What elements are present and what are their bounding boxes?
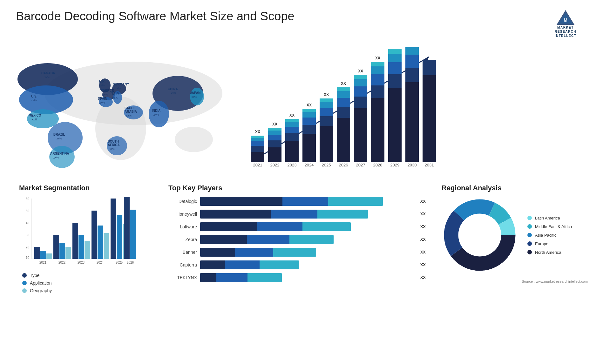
main-grid: CANADA xx% U.S. xx% MEXICO xx% BRAZIL xx… xyxy=(16,44,594,361)
svg-text:2022: 2022 xyxy=(270,163,280,167)
svg-text:XX: XX xyxy=(289,113,295,118)
svg-rect-93 xyxy=(337,91,350,98)
regional-legend-asia-pacific: Asia Pacific xyxy=(527,233,572,238)
player-name-datalogic: Datalogic xyxy=(168,199,197,204)
svg-point-5 xyxy=(175,127,213,152)
svg-rect-142 xyxy=(65,247,71,259)
dot-asia-pacific xyxy=(527,233,532,237)
svg-rect-92 xyxy=(337,98,350,107)
svg-rect-104 xyxy=(371,98,384,162)
growth-chart-container: XX 2021 XX 2022 XX xyxy=(241,47,588,174)
svg-text:XX: XX xyxy=(375,56,380,60)
growth-chart-svg: XX 2021 XX 2022 XX xyxy=(241,47,438,174)
svg-text:xx%: xx% xyxy=(99,84,105,87)
svg-rect-115 xyxy=(388,49,402,54)
svg-rect-107 xyxy=(371,66,384,74)
svg-rect-113 xyxy=(388,62,402,74)
svg-rect-137 xyxy=(40,251,46,259)
players-list: Datalogic XX Honeywell xyxy=(168,197,426,282)
svg-rect-119 xyxy=(405,68,419,82)
regional-legend-latin-america: Latin America xyxy=(527,216,572,220)
svg-point-164 xyxy=(459,214,500,256)
svg-rect-144 xyxy=(72,223,78,259)
regional-section: Regional Analysis xyxy=(435,181,594,361)
legend-type: Type xyxy=(22,273,156,278)
label-north-america: North America xyxy=(535,250,561,255)
svg-text:2031: 2031 xyxy=(425,163,434,167)
svg-rect-69 xyxy=(285,141,299,162)
header: Barcode Decoding Software Market Size an… xyxy=(16,10,594,38)
legend-dot-geography xyxy=(22,288,27,293)
svg-text:XX: XX xyxy=(341,81,346,86)
svg-rect-58 xyxy=(251,138,264,141)
svg-rect-80 xyxy=(302,109,316,112)
svg-rect-148 xyxy=(92,211,97,259)
player-row-zebra: Zebra XX xyxy=(168,235,426,244)
svg-text:2025: 2025 xyxy=(116,261,123,264)
svg-text:xx%: xx% xyxy=(31,99,37,102)
svg-text:SOUTH: SOUTH xyxy=(108,140,119,143)
svg-text:xx%: xx% xyxy=(115,87,121,90)
player-name-loftware: Loftware xyxy=(168,224,197,229)
player-row-datalogic: Datalogic XX xyxy=(168,197,426,206)
svg-rect-90 xyxy=(337,118,350,162)
segmentation-chart: 60 50 40 30 20 10 2021 2022 xyxy=(19,197,140,270)
svg-rect-114 xyxy=(388,54,402,62)
svg-rect-140 xyxy=(53,235,59,259)
player-xx-loftware: XX xyxy=(420,222,426,231)
player-bar-teklynx xyxy=(200,273,415,282)
svg-text:2025: 2025 xyxy=(322,163,331,167)
svg-text:10: 10 xyxy=(26,256,30,260)
svg-text:60: 60 xyxy=(26,197,30,201)
svg-text:GERMANY: GERMANY xyxy=(113,83,129,86)
svg-text:xx%: xx% xyxy=(99,101,105,104)
svg-text:xx%: xx% xyxy=(44,76,50,79)
svg-rect-59 xyxy=(251,136,264,138)
svg-rect-63 xyxy=(268,140,281,147)
svg-text:2021: 2021 xyxy=(39,261,47,264)
svg-rect-79 xyxy=(302,112,316,118)
svg-text:40: 40 xyxy=(26,221,30,225)
svg-text:xx%: xx% xyxy=(53,156,59,159)
svg-text:AFRICA: AFRICA xyxy=(108,143,120,147)
player-row-capterra: Capterra XX xyxy=(168,260,426,269)
svg-rect-78 xyxy=(302,118,316,125)
svg-text:XX: XX xyxy=(272,122,277,126)
svg-rect-105 xyxy=(371,85,384,98)
svg-text:2021: 2021 xyxy=(253,163,262,167)
svg-rect-153 xyxy=(117,215,122,259)
svg-text:U.K.: U.K. xyxy=(99,80,105,84)
svg-text:XX: XX xyxy=(324,92,329,97)
player-row-banner: Banner XX xyxy=(168,248,426,257)
svg-rect-97 xyxy=(354,108,367,162)
legend-dot-type xyxy=(22,273,27,278)
segmentation-title: Market Segmentation xyxy=(19,184,156,192)
svg-rect-111 xyxy=(388,88,402,162)
svg-rect-73 xyxy=(285,119,299,122)
player-name-capterra: Capterra xyxy=(168,262,197,267)
player-name-banner: Banner xyxy=(168,250,197,255)
svg-rect-124 xyxy=(423,75,436,162)
svg-rect-100 xyxy=(354,79,367,86)
growth-chart-section: XX 2021 XX 2022 XX xyxy=(235,44,594,178)
svg-rect-149 xyxy=(98,226,103,259)
svg-rect-99 xyxy=(354,86,367,97)
svg-rect-55 xyxy=(251,152,264,162)
svg-rect-138 xyxy=(46,253,52,259)
svg-text:JAPAN: JAPAN xyxy=(190,91,200,95)
player-name-teklynx: TEKLYNX xyxy=(168,275,197,280)
page-container: Barcode Decoding Software Market Size an… xyxy=(0,0,610,364)
label-latin-america: Latin America xyxy=(535,216,560,220)
svg-rect-66 xyxy=(268,128,281,131)
dot-europe xyxy=(527,241,532,246)
seg-legend: Type Application Geography xyxy=(22,273,156,293)
svg-rect-87 xyxy=(320,98,333,102)
regional-legend-europe: Europe xyxy=(527,241,572,246)
svg-text:20: 20 xyxy=(26,246,30,249)
svg-text:MEXICO: MEXICO xyxy=(29,114,41,117)
player-xx-banner: XX xyxy=(420,248,426,257)
svg-rect-64 xyxy=(268,135,281,140)
player-name-honeywell: Honeywell xyxy=(168,212,197,217)
legend-application: Application xyxy=(22,280,156,286)
svg-rect-157 xyxy=(130,210,136,259)
